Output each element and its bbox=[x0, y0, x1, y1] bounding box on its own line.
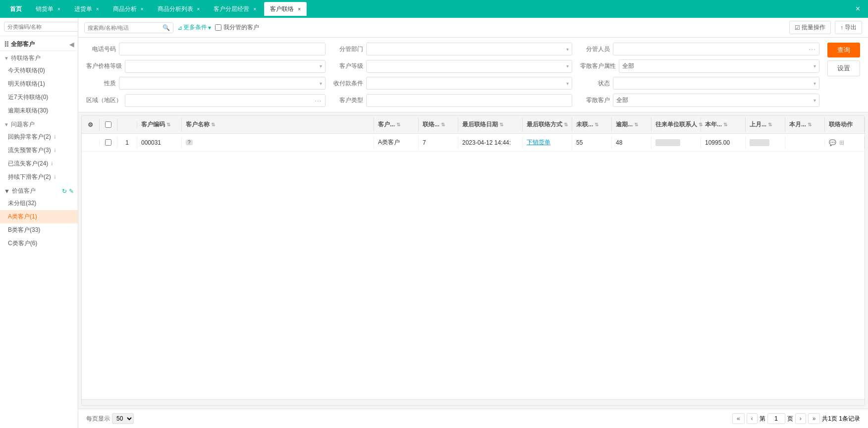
tab-product-analysis-list[interactable]: 商品分析列表 × bbox=[152, 2, 206, 16]
sidebar-item-repurchase-abnormal[interactable]: 回购异常客户(2) ℹ bbox=[0, 130, 78, 144]
th-no-contact[interactable]: 未联... ⇅ bbox=[572, 117, 612, 132]
retail-attr-arrow: ▾ bbox=[814, 63, 816, 69]
dept-select[interactable]: ▾ bbox=[366, 43, 573, 55]
more-filters-btn[interactable]: ⊿ 更多条件 ▾ bbox=[177, 23, 211, 32]
th-code[interactable]: 客户编码 ⇅ bbox=[137, 117, 182, 132]
sidebar-item-ungrouped[interactable]: 未分组(32) bbox=[0, 197, 78, 210]
sidebar-item-c-class[interactable]: C类客户(6) bbox=[0, 237, 78, 250]
search-input[interactable] bbox=[88, 25, 161, 31]
sidebar-item-a-class[interactable]: A类客户(1) bbox=[0, 210, 78, 223]
th-settings[interactable]: ⚙ bbox=[82, 118, 100, 131]
tab-customer-segment-close[interactable]: × bbox=[253, 6, 256, 12]
pending-contact-section[interactable]: ▼ 待联络客户 bbox=[0, 51, 78, 64]
sidebar-item-overdue[interactable]: 逾期未联络(30) bbox=[0, 104, 78, 117]
tab-product-analysis-close[interactable]: × bbox=[141, 6, 144, 12]
tab-purchase-label: 进货单 bbox=[74, 5, 92, 13]
row-last-method[interactable]: 下销货单 bbox=[523, 135, 572, 150]
edit-icon[interactable]: ✎ bbox=[69, 188, 74, 195]
cust-level-select[interactable]: ▾ bbox=[366, 60, 573, 73]
action-icon-1[interactable]: 💬 bbox=[829, 139, 836, 146]
page-input[interactable] bbox=[767, 413, 785, 424]
tab-sales[interactable]: 销货单 × bbox=[30, 2, 66, 16]
tab-customer-segment[interactable]: 客户分层经营 × bbox=[208, 2, 262, 16]
sidebar-item-churned[interactable]: 已流失客户(24) ℹ bbox=[0, 157, 78, 170]
this-year-sort-icon: ⇅ bbox=[723, 122, 727, 127]
tab-purchase[interactable]: 进货单 × bbox=[68, 2, 105, 16]
tab-purchase-close[interactable]: × bbox=[96, 6, 99, 12]
sidebar-all-customers[interactable]: ⠿ 全部客户 ◀ bbox=[0, 36, 78, 51]
th-this-month[interactable]: 本月... ⇅ bbox=[785, 117, 825, 132]
sidebar-item-b-class[interactable]: B类客户(33) bbox=[0, 223, 78, 237]
action-icon-2[interactable]: ⊞ bbox=[839, 139, 844, 146]
tab-sales-label: 销货单 bbox=[36, 5, 54, 13]
retail-cust-select[interactable]: 全部 ▾ bbox=[613, 94, 819, 107]
export-button[interactable]: ↑ 导出 bbox=[835, 21, 862, 34]
sidebar-item-7days[interactable]: 近7天待联络(0) bbox=[0, 91, 78, 104]
name-sort-icon: ⇅ bbox=[211, 122, 215, 127]
th-contact[interactable]: 联络... ⇅ bbox=[419, 117, 458, 132]
nature-label: 性质 bbox=[86, 79, 116, 88]
close-all-tabs[interactable]: × bbox=[852, 4, 864, 13]
next-page-btn[interactable]: › bbox=[795, 413, 806, 424]
tab-home[interactable]: 首页 bbox=[4, 2, 28, 16]
sidebar-search-input[interactable] bbox=[4, 22, 78, 32]
th-last-month[interactable]: 上月... ⇅ bbox=[746, 117, 785, 132]
th-unit-contact[interactable]: 往来单位联系人 ⇅ bbox=[651, 117, 701, 132]
retail-attr-select[interactable]: 全部 ▾ bbox=[619, 59, 819, 73]
query-button[interactable]: 查询 bbox=[827, 43, 860, 57]
region-select[interactable]: ··· bbox=[125, 94, 326, 107]
tab-product-analysis-list-close[interactable]: × bbox=[197, 6, 200, 12]
row-name: ? bbox=[182, 137, 374, 148]
row-overdue: 48 bbox=[612, 136, 651, 149]
my-customers-checkbox[interactable] bbox=[215, 24, 221, 31]
sidebar-collapse-icon[interactable]: ◀ bbox=[69, 41, 74, 48]
th-name[interactable]: 客户名称 ⇅ bbox=[182, 117, 374, 132]
my-customers-label: 我分管的客户 bbox=[223, 23, 259, 32]
last-method-sort-icon: ⇅ bbox=[564, 122, 568, 127]
sidebar-item-today[interactable]: 今天待联络(0) bbox=[0, 64, 78, 77]
nature-field: 性质 ▾ bbox=[86, 77, 326, 90]
nature-select[interactable]: ▾ bbox=[119, 77, 326, 90]
tab-product-analysis[interactable]: 商品分析 × bbox=[107, 2, 150, 16]
th-cust-type[interactable]: 客户... ⇅ bbox=[374, 117, 419, 132]
retail-cust-arrow: ▾ bbox=[814, 98, 816, 103]
status-select[interactable]: ▾ bbox=[613, 77, 819, 90]
sidebar-item-tomorrow[interactable]: 明天待联络(1) bbox=[0, 77, 78, 91]
tab-sales-close[interactable]: × bbox=[57, 6, 60, 12]
search-icon[interactable]: 🔍 bbox=[163, 24, 170, 31]
refresh-icon[interactable]: ↻ bbox=[62, 188, 67, 195]
per-page-select[interactable]: 50 bbox=[112, 413, 134, 424]
row-contact: 7 bbox=[419, 136, 458, 149]
my-customers-filter[interactable]: 我分管的客户 bbox=[215, 23, 259, 32]
settings-button[interactable]: 设置 bbox=[827, 60, 860, 76]
select-all-checkbox[interactable] bbox=[105, 121, 111, 128]
row-checkbox[interactable] bbox=[105, 139, 111, 146]
phone-input[interactable] bbox=[119, 43, 326, 55]
tab-customer-contact-label: 客户联络 bbox=[270, 5, 294, 13]
status-label: 状态 bbox=[580, 79, 610, 88]
manager-select[interactable]: ··· bbox=[613, 43, 819, 55]
th-overdue[interactable]: 逾期... ⇅ bbox=[612, 117, 651, 132]
th-this-year[interactable]: 本年... ⇅ bbox=[701, 117, 746, 132]
row-check bbox=[100, 136, 117, 149]
th-last-date[interactable]: 最后联络日期 ⇅ bbox=[458, 117, 523, 132]
page-total-label: 页 bbox=[787, 415, 793, 423]
first-page-btn[interactable]: « bbox=[732, 413, 745, 424]
th-last-method[interactable]: 最后联络方式 ⇅ bbox=[523, 117, 572, 132]
manager-label: 分管人员 bbox=[580, 45, 610, 54]
prev-page-btn[interactable]: ‹ bbox=[747, 413, 758, 424]
horizontal-scrollbar[interactable] bbox=[82, 399, 865, 405]
value-customers-icons[interactable]: ↻ ✎ bbox=[62, 188, 74, 195]
cust-type-input[interactable] bbox=[366, 94, 573, 107]
tab-customer-contact[interactable]: 客户联络 × bbox=[264, 2, 307, 16]
bulk-ops-button[interactable]: ☑ 批量操作 bbox=[789, 21, 831, 34]
price-level-select[interactable]: ▾ bbox=[125, 60, 326, 73]
sidebar-item-churn-warning[interactable]: 流失预警客户(3) ℹ bbox=[0, 144, 78, 157]
problem-customers-section[interactable]: ▼ 问题客户 bbox=[0, 117, 78, 130]
tab-customer-contact-close[interactable]: × bbox=[298, 6, 301, 12]
adv-filter-row-1: 电话号码 分管部门 ▾ 分管人员 bbox=[86, 43, 819, 55]
row-last-month bbox=[746, 136, 785, 149]
payment-select[interactable]: ▾ bbox=[366, 77, 573, 90]
last-page-btn[interactable]: » bbox=[808, 413, 820, 424]
sidebar-item-declining[interactable]: 持续下滑客户(2) ℹ bbox=[0, 170, 78, 184]
